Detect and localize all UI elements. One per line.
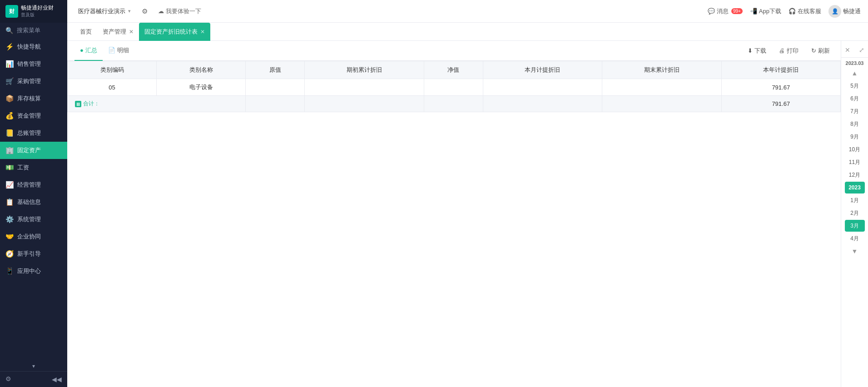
sidebar-item-label: 库存核算 xyxy=(17,94,41,103)
year-marker-2023[interactable]: 2023 xyxy=(845,182,865,194)
user-profile[interactable]: 👤 畅捷通 xyxy=(828,5,861,18)
tab-asset-mgmt-close-icon[interactable]: ✕ xyxy=(129,29,134,35)
col-net-value: 净值 xyxy=(424,61,483,79)
sidebar-item-guide[interactable]: 🧭 新手引导 xyxy=(0,245,67,263)
sidebar-item-fund[interactable]: 💰 资金管理 xyxy=(0,107,67,124)
tab-depreciation-report[interactable]: 固定资产折旧统计表 ✕ xyxy=(139,23,210,41)
sub-tab-detail[interactable]: 📄 明细 xyxy=(103,41,134,61)
sidebar-item-purchase[interactable]: 🛒 采购管理 xyxy=(0,73,67,90)
sidebar: 财 畅捷通好业财 普及版 🔍 搜索菜单 ⚡ 快捷导航 📊 销售管理 🛒 采购管理… xyxy=(0,0,67,387)
sidebar-item-inventory[interactable]: 📦 库存核算 xyxy=(0,90,67,107)
month-3[interactable]: 3月 xyxy=(845,220,865,232)
sidebar-item-fixed-assets[interactable]: 🏢 固定资产 xyxy=(0,142,67,159)
print-label: 打印 xyxy=(787,47,799,55)
total-label-cell: ▦ 合计： xyxy=(68,96,246,112)
sidebar-item-app-center[interactable]: 📱 应用中心 xyxy=(0,263,67,280)
customer-service-label: 在线客服 xyxy=(798,7,821,15)
tab-home-label: 首页 xyxy=(80,28,92,36)
download-button[interactable]: ⬇ 下载 xyxy=(744,45,770,57)
download-label: 下载 xyxy=(754,47,766,55)
operations-icon: 📈 xyxy=(5,181,14,189)
month-12[interactable]: 12月 xyxy=(845,169,865,181)
header-settings-icon[interactable]: ⚙ xyxy=(138,5,151,18)
sidebar-item-operations[interactable]: 📈 经营管理 xyxy=(0,176,67,194)
table-row: 05 电子设备 791.67 xyxy=(68,79,841,96)
tab-home[interactable]: 首页 xyxy=(74,23,97,41)
sidebar-scroll-down[interactable]: ▾ xyxy=(0,361,67,371)
app-download-button[interactable]: 📲 App下载 xyxy=(750,7,781,15)
print-button[interactable]: 🖨 打印 xyxy=(775,45,802,57)
col-original: 原值 xyxy=(246,61,305,79)
month-5[interactable]: 5月 xyxy=(845,80,865,92)
guide-icon: 🧭 xyxy=(5,250,14,258)
month-4[interactable]: 4月 xyxy=(845,233,865,244)
refresh-button[interactable]: ↻ 刷新 xyxy=(808,45,833,57)
sidebar-item-label: 经营管理 xyxy=(17,181,41,189)
sidebar-item-system[interactable]: ⚙️ 系统管理 xyxy=(0,211,67,228)
total-year-deprec: 791.67 xyxy=(721,96,840,112)
trial-label: 我要体验一下 xyxy=(166,7,201,15)
month-2[interactable]: 2月 xyxy=(845,207,865,219)
month-8[interactable]: 8月 xyxy=(845,118,865,130)
print-icon: 🖨 xyxy=(779,47,785,54)
panel-scroll-down[interactable]: ▼ xyxy=(848,245,861,258)
avatar: 👤 xyxy=(828,5,841,18)
trial-button[interactable]: ☁ 我要体验一下 xyxy=(158,7,201,15)
sidebar-logo: 财 畅捷通好业财 普及版 xyxy=(0,0,67,23)
sidebar-item-sales[interactable]: 📊 销售管理 xyxy=(0,55,67,73)
cell-name: 电子设备 xyxy=(157,79,246,96)
sidebar-item-basic-info[interactable]: 📋 基础信息 xyxy=(0,194,67,211)
sub-tab-summary-label: 汇总 xyxy=(85,46,97,55)
system-icon: ⚙️ xyxy=(5,215,14,223)
sidebar-item-label: 应用中心 xyxy=(17,267,41,275)
panel-close-icon[interactable]: ✕ xyxy=(845,46,850,54)
chevron-down-icon: ▾ xyxy=(128,8,131,14)
sidebar-item-label: 基础信息 xyxy=(17,198,41,206)
month-11[interactable]: 11月 xyxy=(845,156,865,168)
right-panel: ✕ ⤢ 2023.03 ▲ 5月 6月 7月 8月 9月 10月 11月 12月… xyxy=(841,41,868,387)
settings-gear-icon[interactable]: ⚙ xyxy=(5,375,14,383)
month-1[interactable]: 1月 xyxy=(845,194,865,206)
messages-label: 消息 xyxy=(717,7,729,15)
panel-expand-icon[interactable]: ⤢ xyxy=(859,46,864,54)
top-header: 医疗器械行业演示 ▾ ⚙ ☁ 我要体验一下 💬 消息 99+ 📲 App下载 🎧… xyxy=(67,0,868,23)
cell-begin-accum xyxy=(305,79,424,96)
col-year-deprec: 本年计提折旧 xyxy=(721,61,840,79)
panel-scroll-up[interactable]: ▲ xyxy=(848,67,861,79)
sub-tab-summary[interactable]: ● 汇总 xyxy=(74,41,103,61)
month-6[interactable]: 6月 xyxy=(845,93,865,104)
logo-text: 畅捷通好业财 xyxy=(21,5,54,12)
quick-nav-icon: ⚡ xyxy=(5,43,14,51)
inventory-icon: 📦 xyxy=(5,94,14,103)
search-menu-item[interactable]: 🔍 搜索菜单 xyxy=(0,23,67,38)
sidebar-collapse-button[interactable]: ◀◀ xyxy=(52,376,62,383)
content-area: ● 汇总 📄 明细 ⬇ 下载 🖨 打印 xyxy=(67,41,841,387)
fixed-assets-icon: 🏢 xyxy=(5,146,14,154)
customer-service-button[interactable]: 🎧 在线客服 xyxy=(789,7,821,15)
total-net-value xyxy=(424,96,483,112)
tab-depreciation-label: 固定资产折旧统计表 xyxy=(144,28,198,36)
month-9[interactable]: 9月 xyxy=(845,131,865,143)
purchase-icon: 🛒 xyxy=(5,77,14,85)
fund-icon: 💰 xyxy=(5,112,14,120)
search-icon: 🔍 xyxy=(5,27,13,34)
basic-info-icon: 📋 xyxy=(5,198,14,206)
tabs-bar: 首页 资产管理 ✕ 固定资产折旧统计表 ✕ xyxy=(67,23,868,41)
app-center-icon: 📱 xyxy=(5,267,14,275)
company-selector[interactable]: 医疗器械行业演示 ▾ xyxy=(74,5,134,17)
month-10[interactable]: 10月 xyxy=(845,144,865,155)
sidebar-item-enterprise[interactable]: 🤝 企业协同 xyxy=(0,228,67,245)
main-row: ● 汇总 📄 明细 ⬇ 下载 🖨 打印 xyxy=(67,41,868,387)
sidebar-item-label: 系统管理 xyxy=(17,215,41,223)
sidebar-item-quick-nav[interactable]: ⚡ 快捷导航 xyxy=(0,38,67,55)
sidebar-item-ledger[interactable]: 📒 总账管理 xyxy=(0,124,67,142)
col-begin-accum: 期初累计折旧 xyxy=(305,61,424,79)
sidebar-item-label: 销售管理 xyxy=(17,60,41,68)
tab-depreciation-close-icon[interactable]: ✕ xyxy=(200,29,205,35)
messages-button[interactable]: 💬 消息 99+ xyxy=(708,7,743,15)
download-icon: ⬇ xyxy=(748,47,753,54)
sub-tabs: ● 汇总 📄 明细 ⬇ 下载 🖨 打印 xyxy=(67,41,841,61)
sidebar-item-payroll[interactable]: 💵 工资 xyxy=(0,159,67,176)
month-7[interactable]: 7月 xyxy=(845,105,865,117)
tab-asset-mgmt[interactable]: 资产管理 ✕ xyxy=(97,23,139,41)
